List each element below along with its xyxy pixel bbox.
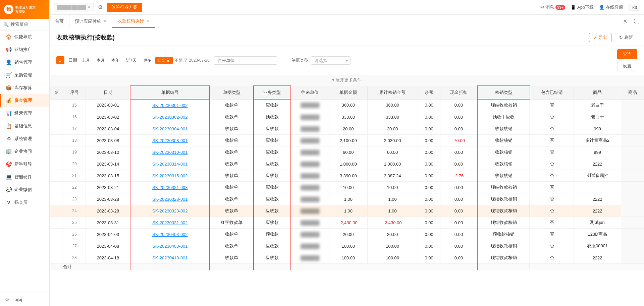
industry-solution-button[interactable]: 体验行业方案 — [107, 3, 142, 12]
filter-settings-button[interactable]: 设置 — [617, 61, 637, 71]
close-window-icon[interactable]: ✕ — [621, 17, 629, 25]
td-voucher-no[interactable]: SK-20230315-002 — [130, 170, 210, 182]
maximize-window-icon[interactable]: ⛶ — [632, 18, 641, 25]
td-voucher-type: 收款单 — [210, 170, 254, 182]
td-voucher-no[interactable]: SK-20230418-001 — [130, 252, 210, 264]
td-voucher-no[interactable]: SK-20230302-002 — [130, 111, 210, 123]
td-include-settled: 否 — [530, 170, 574, 182]
date-btn-this-month[interactable]: 本月 — [94, 57, 107, 64]
td-gear — [50, 158, 63, 170]
table-row: 19 2023-03-10 SK-20230310-001 收款单 应收款 ██… — [50, 146, 644, 158]
td-date: 2023-03-02 — [86, 111, 130, 123]
td-amount: 20.00 — [329, 123, 368, 135]
td-counterparty: ██████ — [291, 135, 329, 146]
filter-toggle[interactable]: » — [56, 56, 64, 64]
refresh-button[interactable]: ↻ 刷新 — [615, 33, 637, 42]
tab-close-writeoff[interactable]: ✕ — [147, 19, 150, 23]
td-include-settled: 否 — [530, 111, 574, 123]
footer-biz-type — [254, 264, 290, 270]
settings-icon[interactable]: ⚙ — [5, 296, 9, 303]
td-no: 19 — [63, 146, 86, 158]
th-gear[interactable]: ⚙ — [50, 86, 63, 99]
td-cash-discount: 0.00 — [440, 158, 477, 170]
td-goods: 测试多属性 — [574, 170, 621, 182]
date-btn-more[interactable]: 更多 — [141, 57, 154, 64]
query-button[interactable]: 查询 — [617, 49, 637, 59]
settings-gear-icon[interactable]: ⚙ — [98, 4, 103, 10]
td-writeoff-amount: 2,030.00 — [367, 135, 418, 146]
sidebar-item-marketing[interactable]: 📢 营销推广 — [0, 43, 49, 56]
td-no: 21 — [63, 170, 86, 182]
td-voucher-no[interactable]: SK-20230304-001 — [130, 123, 210, 135]
td-balance: 0.00 — [418, 217, 440, 229]
td-balance: 0.00 — [418, 205, 440, 217]
date-btn-custom[interactable]: 自定义 — [155, 57, 173, 64]
td-goods2 — [621, 170, 644, 182]
expand-more-bar[interactable]: ▾ 展开更多条件 — [50, 75, 644, 85]
td-biz-type: 预收款 — [254, 229, 290, 240]
sidebar-item-inventory[interactable]: 📦 库存核算 — [0, 81, 49, 94]
td-no: 27 — [63, 240, 86, 252]
td-include-settled: 否 — [530, 123, 574, 135]
sidebar-item-finance[interactable]: 💰 资金管理 — [0, 94, 49, 107]
sidebar-item-wechat[interactable]: 💬 企业微信 — [0, 183, 49, 196]
td-date: 2023-04-03 — [86, 229, 130, 240]
td-date: 2023-03-10 — [86, 146, 130, 158]
sidebar-item-basic[interactable]: 📋 基础信息 — [0, 120, 49, 132]
th-biz-type: 业务类型 — [254, 86, 290, 99]
td-voucher-no[interactable]: SK-20230328-001 — [130, 193, 210, 205]
date-btn-this-year[interactable]: 本年 — [109, 57, 122, 64]
sidebar-item-quick-nav[interactable]: 🏠 快捷导航 — [0, 30, 49, 43]
online-service-button[interactable]: 👤 在线客服 — [599, 4, 623, 10]
table-footer-row: 合计 — [50, 264, 644, 270]
td-voucher-no[interactable]: SK-20230331-002 — [130, 217, 210, 229]
voucher-type-select[interactable]: 请选择 — [311, 56, 351, 65]
logo-icon: 畅 — [4, 5, 13, 14]
td-voucher-no[interactable]: SK-20230301-002 — [130, 99, 210, 111]
tab-writeoff[interactable]: 收款核销执行 ✕ — [112, 15, 155, 28]
sidebar-item-member[interactable]: V 畅会员 — [0, 196, 49, 209]
td-writeoff-type: 收款核销 — [477, 170, 530, 182]
tab-close-prepayment[interactable]: ✕ — [104, 19, 107, 23]
td-voucher-type: 收款单 — [210, 229, 254, 240]
td-counterparty: ██████ — [291, 146, 329, 158]
export-button[interactable]: ↗ 导出 — [589, 33, 611, 42]
counterparty-input[interactable] — [214, 56, 277, 65]
td-gear — [50, 146, 63, 158]
table-row: 23 2023-03-28 SK-20230328-001 收款单 应收款 ██… — [50, 193, 644, 205]
sidebar-item-hardware[interactable]: 💻 智能硬件 — [0, 171, 49, 183]
date-btn-last-month[interactable]: 上月 — [79, 57, 93, 64]
tab-home[interactable]: 首页 — [50, 15, 69, 28]
td-counterparty: ██████ — [291, 217, 329, 229]
message-button[interactable]: ✉ 消息 99+ — [540, 4, 565, 10]
user-name-display[interactable]: Rit — [629, 4, 640, 11]
td-voucher-no[interactable]: SK-20230321-003 — [130, 182, 210, 193]
td-voucher-no[interactable]: SK-20230328-002 — [130, 205, 210, 217]
td-voucher-no[interactable]: SK-20230408-001 — [130, 240, 210, 252]
td-amount: 100.00 — [329, 240, 368, 252]
sidebar-item-purchase[interactable]: 🛒 采购管理 — [0, 69, 49, 81]
sidebar-item-newbie[interactable]: 🎯 新手引导 — [0, 158, 49, 171]
td-amount: 333.00 — [329, 111, 368, 123]
td-goods: 2222 — [574, 193, 621, 205]
th-date: 日期 — [86, 86, 130, 99]
sidebar-item-operation[interactable]: 📊 经营管理 — [0, 107, 49, 120]
table-row: 24 2023-03-28 SK-20230328-002 收款单 应收款 ██… — [50, 205, 644, 217]
sidebar-item-system[interactable]: ⚙ 系统管理 — [0, 132, 49, 145]
sidebar-item-sales[interactable]: 👤 销售管理 — [0, 56, 49, 69]
td-goods: 999 — [574, 146, 621, 158]
td-voucher-no[interactable]: SK-20230403-002 — [130, 229, 210, 240]
td-voucher-no[interactable]: SK-20230314-001 — [130, 158, 210, 170]
td-no: 25 — [63, 217, 86, 229]
sidebar-search[interactable]: 🔍 搜索菜单 — [0, 19, 49, 30]
collapse-icon[interactable]: ◀◀ — [15, 297, 22, 302]
sidebar: 畅 畅康道好生意 标推版 🔍 搜索菜单 🏠 快捷导航 📢 营销推广 👤 销售管理… — [0, 0, 50, 306]
tab-prepayment[interactable]: 预计应应付单 ✕ — [69, 15, 112, 28]
td-voucher-no[interactable]: SK-20230308-001 — [130, 135, 210, 146]
sidebar-item-enterprise[interactable]: 🏢 企业协同 — [0, 145, 49, 158]
company-selector[interactable]: ██████████ ▾ — [54, 3, 94, 11]
app-download-button[interactable]: 📱 App下载 — [571, 4, 594, 10]
td-cash-discount: 0.00 — [440, 182, 477, 193]
date-btn-7days[interactable]: 近7天 — [123, 57, 139, 64]
td-voucher-no[interactable]: SK-20230310-001 — [130, 146, 210, 158]
